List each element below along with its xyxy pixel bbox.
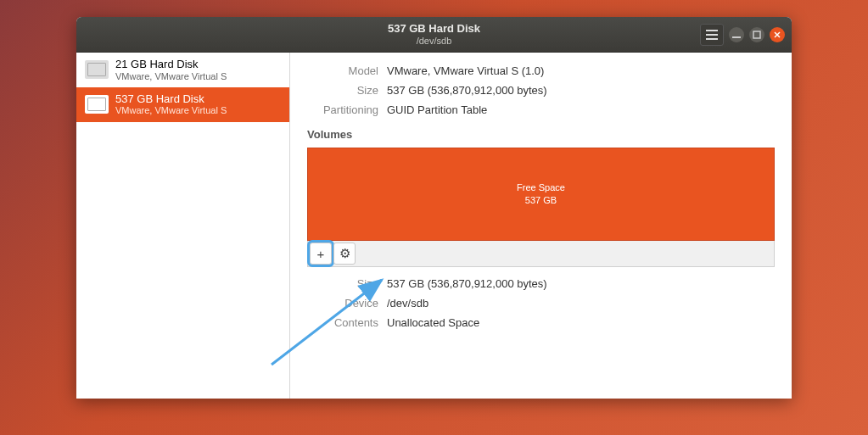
hard-disk-icon — [85, 60, 109, 79]
hard-disk-icon — [85, 95, 109, 114]
volume-free-space-block[interactable]: Free Space 537 GB — [307, 148, 775, 241]
info-row-model: Model VMware, VMware Virtual S (1.0) — [307, 64, 775, 77]
info-row-size: Size 537 GB (536,870,912,000 bytes) — [307, 84, 775, 97]
svg-rect-0 — [706, 30, 718, 31]
disks-window: 537 GB Hard Disk /dev/sdb 21 GB Hard Di — [76, 17, 792, 399]
maximize-button[interactable] — [749, 27, 764, 42]
create-partition-button[interactable]: + — [310, 243, 332, 265]
vol-info-row-device: Device /dev/sdb — [307, 297, 775, 310]
vol-contents-label: Contents — [307, 316, 378, 329]
disk-title: 537 GB Hard Disk — [115, 92, 227, 106]
main-panel: Model VMware, VMware Virtual S (1.0) Siz… — [290, 53, 792, 399]
disk-item-1[interactable]: 537 GB Hard Disk VMware, VMware Virtual … — [76, 87, 289, 122]
titlebar-center: 537 GB Hard Disk /dev/sdb — [388, 22, 480, 47]
plus-icon: + — [317, 247, 325, 261]
titlebar: 537 GB Hard Disk /dev/sdb — [76, 17, 792, 53]
vol-info-row-contents: Contents Unallocated Space — [307, 316, 775, 329]
model-value: VMware, VMware Virtual S (1.0) — [387, 64, 544, 77]
window-subtitle: /dev/sdb — [388, 36, 480, 47]
vol-size-value: 537 GB (536,870,912,000 bytes) — [387, 277, 547, 290]
disk-subtitle: VMware, VMware Virtual S — [115, 71, 227, 82]
vol-size-label: Size — [307, 277, 378, 290]
size-label: Size — [307, 84, 378, 97]
volume-block-title: Free Space — [517, 181, 565, 194]
titlebar-controls — [700, 24, 785, 46]
info-row-partitioning: Partitioning GUID Partition Table — [307, 103, 775, 116]
minimize-button[interactable] — [729, 27, 744, 42]
volume-options-button[interactable]: ⚙ — [333, 243, 356, 265]
window-title: 537 GB Hard Disk — [388, 22, 480, 36]
disk-item-0[interactable]: 21 GB Hard Disk VMware, VMware Virtual S — [76, 53, 289, 87]
disk-title: 21 GB Hard Disk — [115, 58, 227, 71]
gear-icon: ⚙ — [339, 246, 350, 261]
partitioning-label: Partitioning — [307, 103, 378, 116]
vol-contents-value: Unallocated Space — [387, 316, 479, 329]
partitioning-value: GUID Partition Table — [387, 103, 487, 116]
disk-list-sidebar: 21 GB Hard Disk VMware, VMware Virtual S… — [76, 53, 290, 399]
vol-device-value: /dev/sdb — [387, 297, 428, 310]
volume-block-size: 537 GB — [525, 194, 557, 207]
vol-info-row-size: Size 537 GB (536,870,912,000 bytes) — [307, 277, 775, 290]
vol-device-label: Device — [307, 297, 378, 310]
model-label: Model — [307, 64, 378, 77]
svg-rect-4 — [753, 31, 760, 38]
app-menu-button[interactable] — [700, 24, 724, 46]
size-value: 537 GB (536,870,912,000 bytes) — [387, 84, 547, 97]
volume-toolbar: + ⚙ — [307, 241, 775, 267]
svg-rect-3 — [732, 36, 741, 38]
disk-subtitle: VMware, VMware Virtual S — [115, 105, 227, 116]
close-button[interactable] — [770, 27, 785, 42]
content-area: 21 GB Hard Disk VMware, VMware Virtual S… — [76, 53, 792, 399]
svg-rect-2 — [706, 38, 718, 40]
volumes-heading: Volumes — [307, 128, 775, 141]
svg-rect-1 — [706, 34, 718, 36]
